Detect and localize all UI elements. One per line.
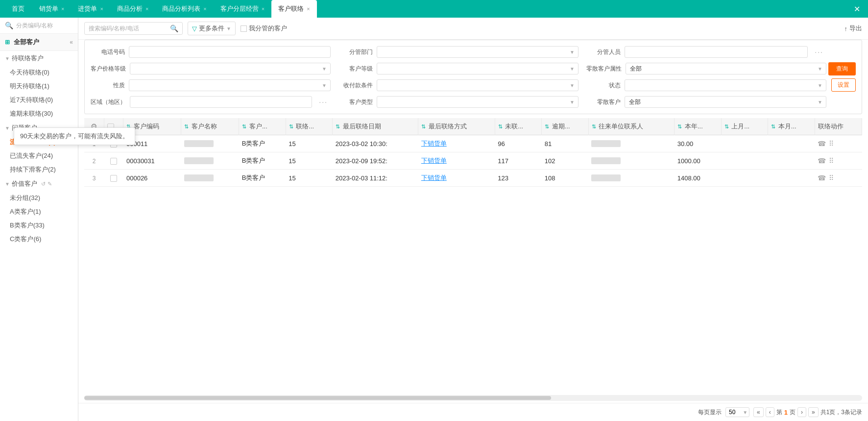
contact-action-icon-2[interactable]: ☎ [818, 157, 826, 165]
export-button[interactable]: ↑ 导出 [844, 24, 863, 33]
th-unlink: ⇅ 未联... [495, 118, 541, 135]
settings-button[interactable]: 设置 [831, 78, 856, 92]
filter-region-input[interactable] [130, 96, 312, 108]
close-customer-contact-icon[interactable]: × [307, 6, 310, 12]
per-page-select[interactable]: 50 100 [725, 407, 749, 417]
table-row: 3 000026 B类客户 15 2023-02-03 11:12: 下销货单 … [84, 170, 862, 187]
my-customer-checkbox[interactable] [241, 25, 247, 32]
sidebar-item-class-a[interactable]: A类客户(1) [0, 205, 78, 219]
td-tmonth-3 [768, 170, 815, 187]
filter-person-dots[interactable]: ··· [812, 46, 826, 58]
more-action-icon-1[interactable]: ⠿ [829, 140, 834, 148]
last-page-button[interactable]: » [808, 407, 819, 417]
sidebar-item-today-contact[interactable]: 今天待联络(0) [0, 66, 78, 79]
sidebar-group-value-customers[interactable]: ▼ 价值客户 ↺ ✎ [0, 176, 78, 191]
close-product-analysis-list-icon[interactable]: × [203, 6, 206, 12]
sidebar-collapse-icon[interactable]: « [70, 39, 73, 46]
filter-customer-level-select[interactable] [377, 63, 579, 74]
sidebar-item-class-c[interactable]: C类客户(6) [0, 232, 78, 246]
tab-customer-tier[interactable]: 客户分层经营 × [214, 0, 271, 18]
more-action-icon-3[interactable]: ⠿ [829, 174, 834, 182]
all-customers-header[interactable]: ⊞ 全部客户 « [0, 34, 78, 51]
tab-customer-contact[interactable]: 客户联络 × [271, 0, 316, 18]
row-checkbox-2[interactable] [110, 158, 117, 165]
sidebar-item-7day-contact[interactable]: 近7天待联络(0) [0, 93, 78, 107]
filter-dept-select[interactable] [377, 46, 579, 58]
next-page-button[interactable]: › [797, 407, 806, 417]
td-method-link-3[interactable]: 下销货单 [421, 174, 447, 181]
close-all-button[interactable]: ✕ [854, 4, 864, 14]
sidebar-item-already-lost[interactable]: 已流失客户(24) [0, 149, 78, 163]
search-input[interactable] [89, 25, 167, 32]
filter-phone: 电话号码 [91, 46, 331, 58]
row-checkbox-3[interactable] [110, 175, 117, 182]
sidebar-item-overdue-contact[interactable]: 逾期未联络(30) [0, 107, 78, 121]
filter-sparse-attr-select[interactable]: 全部 [626, 63, 826, 74]
td-num-3: 3 [84, 170, 104, 187]
close-customer-tier-icon[interactable]: × [262, 6, 265, 12]
more-filter-button[interactable]: ▽ 更多条件 ▼ [188, 22, 236, 35]
filter-phone-input[interactable] [129, 46, 331, 58]
td-date-3: 2023-02-03 11:12: [333, 170, 418, 187]
td-cb-3 [104, 170, 123, 187]
more-action-icon-2[interactable]: ⠿ [829, 157, 834, 165]
query-button[interactable]: 查询 [828, 62, 856, 75]
tab-sales-order[interactable]: 销货单 × [32, 0, 71, 18]
arrow-down-icon-3: ▼ [5, 181, 10, 187]
sidebar-item-class-b[interactable]: B类客户(33) [0, 219, 78, 232]
sidebar-search-input[interactable] [16, 22, 78, 29]
th-name: ⇅ 客户名称 [181, 118, 239, 135]
filter-customer-level: 客户等级 ▼ [338, 63, 579, 74]
tab-home[interactable]: 首页 [4, 0, 32, 18]
td-method-link-2[interactable]: 下销货单 [421, 157, 447, 164]
tab-product-analysis[interactable]: 商品分析 × [110, 0, 155, 18]
close-purchase-order-icon[interactable]: × [100, 6, 103, 12]
th-sort-icon-year: ⇅ [677, 124, 682, 129]
sidebar-item-declining[interactable]: 持续下滑客户(2) [0, 163, 78, 176]
filter-region-dots[interactable]: ··· [316, 96, 331, 108]
sidebar-item-tomorrow-contact[interactable]: 明天待联络(1) [0, 79, 78, 93]
filter-icon: ▽ [192, 25, 197, 32]
filter-nature-select[interactable] [129, 79, 331, 91]
td-type-2: B类客户 [239, 152, 286, 170]
my-customer-filter[interactable]: 我分管的客户 [241, 24, 287, 33]
td-method-link-1[interactable]: 下销货单 [421, 140, 447, 147]
edit-icon[interactable]: ✎ [48, 181, 52, 187]
sidebar-item-ungrouped[interactable]: 未分组(32) [0, 191, 78, 205]
search-button[interactable]: 🔍 [170, 25, 178, 32]
th-sort-icon-overdue: ⇅ [545, 124, 549, 129]
close-sales-order-icon[interactable]: × [61, 6, 64, 12]
scrollbar-thumb[interactable] [84, 396, 551, 400]
filter-dept-select-wrap: ▼ [377, 46, 579, 58]
contact-action-icon-3[interactable]: ☎ [818, 174, 826, 182]
table-row: 1 000011 B类客户 15 2023-03-02 10:30: 下销货单 … [84, 135, 862, 152]
sidebar-group-pending-contact[interactable]: ▼ 待联络客户 [0, 51, 78, 66]
filter-customer-type-select[interactable] [377, 96, 579, 108]
horizontal-scrollbar[interactable] [84, 395, 862, 401]
th-this-month: ⇅ 本月... [768, 118, 815, 135]
filter-person-input[interactable] [625, 46, 808, 58]
filter-payment-select[interactable] [377, 79, 579, 91]
prev-page-button[interactable]: ‹ [766, 407, 774, 417]
customer-table: ⚙ ⇅ 客户编码 ⇅ 客户名称 [84, 118, 862, 187]
filter-status: 状态 ▼ [586, 79, 826, 91]
contact-action-icon-1[interactable]: ☎ [818, 140, 826, 148]
filter-sparse-attr: 零散客户属性 全部 ▼ [586, 63, 826, 74]
table-area: ⚙ ⇅ 客户编码 ⇅ 客户名称 [78, 118, 868, 395]
close-product-analysis-icon[interactable]: × [145, 6, 148, 12]
tab-purchase-order[interactable]: 进货单 × [71, 0, 110, 18]
chevron-down-icon: ▼ [226, 26, 231, 31]
filter-dept: 分管部门 ▼ [338, 46, 579, 58]
tab-product-analysis-list[interactable]: 商品分析列表 × [155, 0, 213, 18]
filter-row-2: 客户价格等级 ▼ 客户等级 ▼ [91, 63, 826, 74]
filter-status-label: 状态 [586, 81, 621, 90]
filter-status-select[interactable] [625, 79, 826, 91]
first-page-button[interactable]: « [753, 407, 764, 417]
filter-region: 区域（地区） ··· [91, 96, 331, 108]
td-person-2 [588, 152, 675, 170]
th-sort-icon-method: ⇅ [421, 124, 426, 129]
filter-price-level-select[interactable] [130, 63, 331, 74]
grid-icon: ⊞ [5, 39, 10, 46]
refresh-icon[interactable]: ↺ [41, 181, 46, 187]
filter-sparse-customer-select[interactable]: 全部 [625, 96, 826, 108]
